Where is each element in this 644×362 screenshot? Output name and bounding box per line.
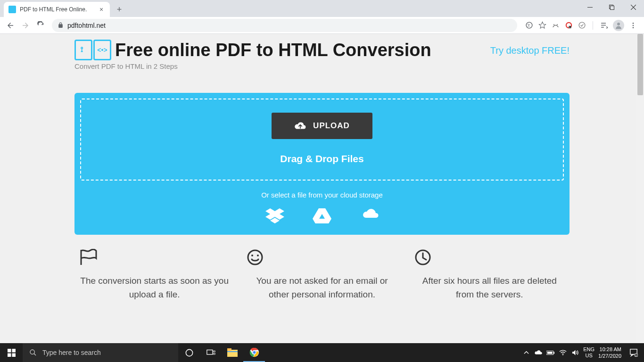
extension-icon-2[interactable]: 1	[564, 21, 573, 30]
svg-rect-24	[206, 350, 212, 354]
drag-drop-text: Drag & Drop Files	[81, 153, 563, 165]
svg-text:1: 1	[636, 354, 637, 357]
upload-button-label: UPLOAD	[313, 121, 350, 131]
cloud-upload-icon	[294, 121, 306, 131]
svg-point-9	[617, 23, 620, 25]
svg-point-13	[81, 47, 83, 49]
onedrive-icon[interactable]	[360, 207, 379, 223]
browser-toolbar: pdftohtml.net 文 1	[0, 17, 644, 34]
svg-point-36	[562, 354, 563, 355]
google-drive-icon[interactable]	[313, 207, 331, 223]
extension-icon-1[interactable]	[551, 21, 560, 30]
smile-icon	[247, 249, 397, 266]
upload-button[interactable]: UPLOAD	[272, 113, 372, 139]
browser-titlebar: PDF to HTML Free Online. × +	[0, 0, 644, 17]
file-explorer-button[interactable]	[222, 343, 243, 362]
browser-tab[interactable]: PDF to HTML Free Online. ×	[4, 2, 110, 17]
page-subtitle: Convert PDF to HTML in 2 Steps	[74, 62, 431, 70]
search-icon	[29, 349, 37, 356]
svg-rect-27	[227, 350, 238, 357]
svg-text:文: 文	[527, 24, 530, 27]
wifi-icon[interactable]	[559, 348, 567, 357]
svg-rect-20	[8, 353, 11, 357]
svg-point-11	[633, 25, 634, 26]
svg-point-15	[251, 255, 253, 256]
profile-avatar[interactable]	[613, 20, 624, 31]
search-placeholder: Type here to search	[42, 349, 101, 356]
reload-button[interactable]	[34, 19, 47, 32]
taskbar-search[interactable]: Type here to search	[23, 343, 178, 362]
feature-text: After six hours all files are deleted fr…	[414, 274, 565, 301]
task-view-button[interactable]	[200, 343, 222, 362]
svg-point-32	[253, 351, 256, 354]
svg-point-3	[553, 24, 554, 25]
svg-point-10	[633, 23, 634, 24]
translate-icon[interactable]: 文	[525, 21, 533, 30]
window-close-button[interactable]	[622, 0, 644, 14]
forward-button[interactable]	[19, 19, 32, 32]
cloud-storage-text: Or select a file from your cloud storage	[80, 191, 564, 199]
volume-icon[interactable]	[571, 348, 579, 357]
chrome-button[interactable]	[243, 343, 265, 362]
extension-icons: 文 1	[522, 20, 640, 31]
feature-fast: The conversion starts as soon as you upl…	[79, 249, 230, 301]
separator	[593, 21, 593, 30]
svg-rect-25	[213, 351, 215, 352]
svg-rect-35	[554, 352, 555, 354]
extension-icon-3[interactable]	[578, 21, 586, 30]
onedrive-tray-icon[interactable]	[534, 348, 543, 357]
language-indicator[interactable]: ENGUS	[583, 346, 594, 359]
svg-point-14	[248, 250, 262, 264]
desktop-link[interactable]: Try desktop FREE!	[490, 45, 570, 56]
reading-list-icon[interactable]	[600, 21, 608, 30]
battery-icon[interactable]	[546, 348, 555, 357]
svg-rect-29	[227, 351, 238, 352]
action-center-button[interactable]: 1	[625, 343, 642, 362]
tab-title: PDF to HTML Free Online.	[20, 6, 87, 13]
lock-icon	[58, 22, 64, 28]
svg-rect-21	[12, 353, 16, 357]
star-icon[interactable]	[538, 21, 546, 30]
svg-point-22	[30, 350, 34, 354]
svg-point-12	[633, 27, 634, 28]
svg-rect-1	[610, 6, 614, 9]
svg-rect-34	[547, 352, 553, 354]
tab-favicon	[8, 6, 16, 13]
cortana-button[interactable]	[178, 343, 200, 362]
svg-rect-19	[12, 349, 16, 353]
windows-taskbar: Type here to search ENGUS 10:28 AM1/27/2…	[0, 343, 644, 362]
svg-point-8	[579, 22, 585, 28]
upload-panel: UPLOAD Drag & Drop Files Or select a fil…	[74, 93, 570, 235]
feature-privacy: You are not asked for an email or other …	[247, 249, 397, 301]
flag-icon	[79, 249, 230, 266]
dropbox-icon[interactable]	[265, 207, 284, 223]
tray-overflow-icon[interactable]	[522, 348, 530, 357]
tab-close-button[interactable]: ×	[98, 6, 105, 13]
scrollbar[interactable]	[636, 34, 644, 343]
scroll-thumb[interactable]	[637, 34, 643, 95]
feature-text: The conversion starts as soon as you upl…	[79, 274, 230, 301]
svg-point-23	[186, 349, 192, 356]
back-button[interactable]	[4, 19, 17, 32]
logo-pdf-icon	[74, 40, 92, 60]
svg-point-16	[257, 255, 259, 256]
logo-html-icon: <•>	[93, 40, 111, 60]
site-logo: <•>	[74, 40, 111, 60]
features-row: The conversion starts as soon as you upl…	[74, 249, 570, 301]
window-maximize-button[interactable]	[601, 0, 622, 14]
svg-rect-18	[8, 349, 11, 353]
clock-icon	[414, 249, 565, 266]
new-tab-button[interactable]: +	[113, 3, 126, 16]
page-viewport: <•> Free online PDF to HTML Conversion C…	[0, 34, 644, 343]
url-text: pdftohtml.net	[67, 22, 106, 29]
address-bar[interactable]: pdftohtml.net	[52, 19, 517, 32]
chrome-menu-button[interactable]	[629, 21, 637, 30]
system-tray: ENGUS 10:28 AM1/27/2020 1	[520, 343, 644, 362]
window-controls	[579, 0, 644, 14]
dropzone[interactable]: UPLOAD Drag & Drop Files	[80, 99, 564, 181]
svg-point-4	[556, 24, 557, 25]
svg-rect-26	[213, 353, 215, 354]
start-button[interactable]	[0, 343, 23, 362]
window-minimize-button[interactable]	[579, 0, 601, 14]
clock[interactable]: 10:28 AM1/27/2020	[598, 346, 621, 360]
